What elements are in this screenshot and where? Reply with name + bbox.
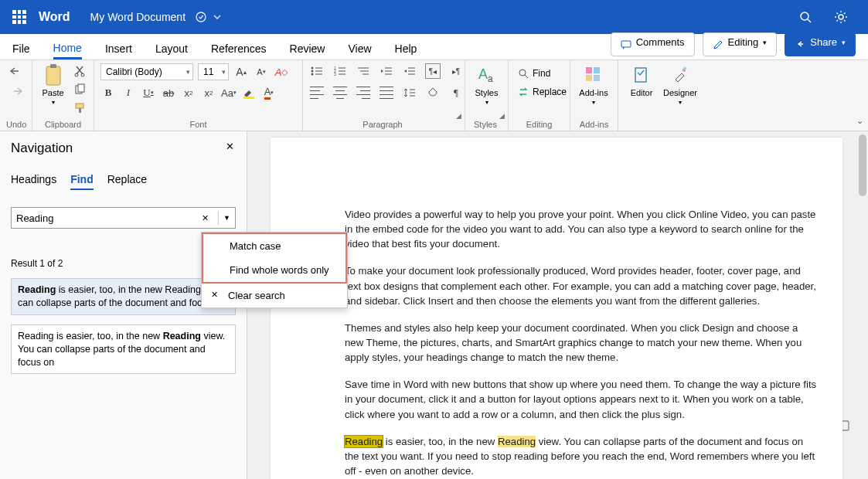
settings-icon[interactable] xyxy=(834,10,848,24)
paragraph: To make your document look professionall… xyxy=(345,263,819,307)
copy-button[interactable] xyxy=(72,82,87,97)
svg-rect-13 xyxy=(46,66,60,85)
menu-help[interactable]: Help xyxy=(395,42,417,59)
align-right-button[interactable] xyxy=(356,85,371,100)
align-center-button[interactable] xyxy=(332,85,348,100)
svg-line-2 xyxy=(808,19,811,22)
designer-button[interactable]: Designer▾ xyxy=(663,63,697,106)
menu-home[interactable]: Home xyxy=(53,42,82,59)
editor-icon xyxy=(630,63,653,87)
collapse-ribbon-icon[interactable]: ⌄ xyxy=(856,116,863,126)
menu-view[interactable]: View xyxy=(348,42,371,59)
svg-rect-12 xyxy=(621,41,631,47)
pencil-icon xyxy=(713,39,723,50)
redo-button[interactable] xyxy=(9,83,24,99)
font-color-button[interactable]: A▾ xyxy=(261,85,277,100)
format-painter-button[interactable] xyxy=(72,100,87,116)
editor-button[interactable]: Editor xyxy=(625,63,659,97)
ltr-button[interactable]: ¶◂ xyxy=(425,63,441,79)
document-title[interactable]: My Word Document xyxy=(90,11,186,23)
styles-button[interactable]: AaStyles▾ xyxy=(471,63,502,106)
close-icon[interactable]: ✕ xyxy=(226,141,234,152)
search-result[interactable]: Reading is easier, too, in the new Readi… xyxy=(11,324,236,375)
undo-button[interactable] xyxy=(9,63,24,79)
menu-references[interactable]: References xyxy=(211,42,267,59)
font-name-select[interactable]: Calibri (Body) xyxy=(100,63,193,80)
show-marks-button[interactable]: ¶ xyxy=(448,85,464,100)
find-button[interactable]: Find xyxy=(515,66,553,80)
app-name: Word xyxy=(39,10,70,24)
editing-button[interactable]: Editing▾ xyxy=(703,32,778,56)
shrink-font-button[interactable]: A▾ xyxy=(254,64,269,80)
page[interactable]: Video provides a powerful way to help yo… xyxy=(271,138,842,479)
menu-layout[interactable]: Layout xyxy=(155,42,188,59)
svg-rect-18 xyxy=(78,84,84,92)
menubar: File Home Insert Layout References Revie… xyxy=(0,34,868,60)
addins-button[interactable]: Add-ins▾ xyxy=(577,63,611,106)
menu-file[interactable]: File xyxy=(12,42,30,59)
app-launcher-icon[interactable] xyxy=(12,10,26,24)
highlight-button[interactable] xyxy=(241,85,257,100)
italic-button[interactable]: I xyxy=(121,85,136,100)
line-spacing-button[interactable] xyxy=(402,85,417,100)
ribbon: Undo Paste▾ Clipboard Calibri (Body) 11 … xyxy=(0,60,868,131)
font-size-select[interactable]: 11 xyxy=(198,63,229,80)
justify-button[interactable] xyxy=(379,85,394,100)
change-case-button[interactable]: Aa▾ xyxy=(221,85,237,100)
clear-icon[interactable]: ✕ xyxy=(202,213,209,223)
tab-headings[interactable]: Headings xyxy=(11,173,56,190)
comment-icon xyxy=(621,39,631,50)
tab-replace[interactable]: Replace xyxy=(107,173,147,190)
search-input[interactable]: Reading ✕ ▼ xyxy=(11,207,236,229)
svg-point-1 xyxy=(801,12,808,20)
paragraph: Reading is easier, too, in the new Readi… xyxy=(345,434,819,478)
svg-text:A: A xyxy=(478,66,488,82)
align-left-button[interactable] xyxy=(309,85,325,100)
clipboard-group-label: Clipboard xyxy=(39,118,87,129)
strike-button[interactable]: ab xyxy=(161,85,176,100)
svg-rect-51 xyxy=(594,67,600,73)
scrollbar[interactable] xyxy=(859,134,866,196)
styles-group-label: Styles xyxy=(471,118,499,129)
menu-insert[interactable]: Insert xyxy=(105,42,132,59)
subscript-button[interactable]: x2 xyxy=(181,85,196,100)
font-group-label: Font xyxy=(100,118,296,129)
decrease-indent-button[interactable] xyxy=(379,63,394,79)
bullets-button[interactable] xyxy=(309,63,325,79)
increase-indent-button[interactable] xyxy=(402,63,417,79)
numbering-button[interactable]: 123 xyxy=(332,63,348,79)
search-icon[interactable] xyxy=(799,11,812,24)
paste-button[interactable]: Paste▾ xyxy=(39,63,67,106)
underline-button[interactable]: U▾ xyxy=(141,85,156,100)
find-highlight: Reading xyxy=(498,436,536,447)
comments-button[interactable]: Comments xyxy=(611,32,695,56)
grow-font-button[interactable]: A▴ xyxy=(233,64,249,80)
title-dropdown-icon[interactable] xyxy=(213,13,221,21)
tab-find[interactable]: Find xyxy=(70,173,94,190)
clipboard-icon xyxy=(42,63,65,87)
find-highlight: Reading xyxy=(345,436,383,447)
superscript-button[interactable]: x2 xyxy=(201,85,216,100)
svg-rect-54 xyxy=(635,68,646,82)
bold-button[interactable]: B xyxy=(100,85,116,100)
svg-line-9 xyxy=(844,20,846,22)
menu-review[interactable]: Review xyxy=(290,42,325,59)
replace-button[interactable]: Replace xyxy=(515,85,570,99)
styles-launcher-icon[interactable]: ◢ xyxy=(499,112,505,120)
svg-point-22 xyxy=(311,67,314,70)
clear-format-button[interactable]: A◇ xyxy=(274,64,289,80)
shading-button[interactable] xyxy=(425,85,441,100)
multilevel-button[interactable] xyxy=(356,63,371,79)
match-case-option[interactable]: Match case xyxy=(203,234,345,258)
share-button[interactable]: Share▾ xyxy=(785,32,856,56)
svg-rect-52 xyxy=(586,75,592,81)
paragraph: Themes and styles also help keep your do… xyxy=(345,321,819,365)
clear-search-option[interactable]: Clear search xyxy=(202,284,347,307)
cut-button[interactable] xyxy=(72,63,87,79)
search-options-icon[interactable]: ▼ xyxy=(223,214,230,222)
paragraph-launcher-icon[interactable]: ◢ xyxy=(456,112,461,120)
svg-point-3 xyxy=(839,15,843,19)
rtl-button[interactable]: ▸¶ xyxy=(448,63,464,79)
whole-words-option[interactable]: Find whole words only xyxy=(203,258,345,282)
svg-line-49 xyxy=(525,75,528,78)
